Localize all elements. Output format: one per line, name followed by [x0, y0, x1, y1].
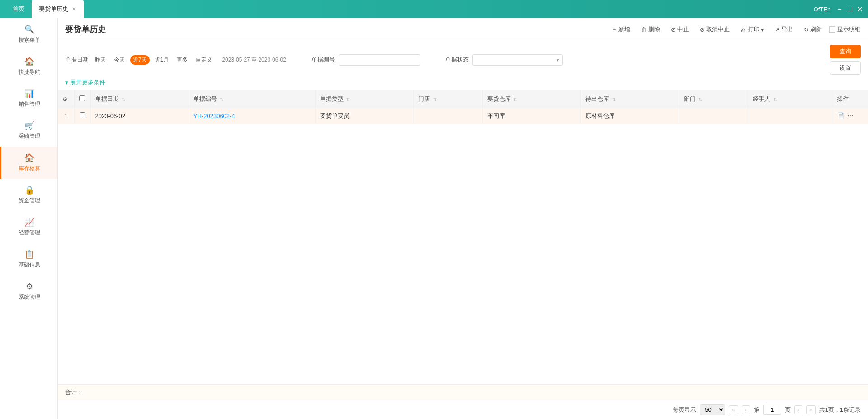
- doc-no-filter-group: 单据编号: [311, 54, 420, 66]
- stop-icon: ⊘: [671, 26, 676, 33]
- sidebar-item-search-menu[interactable]: 🔍 搜索菜单: [0, 18, 57, 50]
- main-layout: 🔍 搜索菜单 🏠 快捷导航 📊 销售管理 🛒 采购管理 🏠 库存核算 🔒 资金管…: [0, 18, 868, 419]
- col-handler-label: 经手人: [753, 95, 770, 102]
- print-chevron-icon: ▾: [761, 26, 764, 33]
- query-button[interactable]: 查询: [830, 45, 861, 58]
- sidebar-item-basic-info-label: 基础信息: [19, 261, 40, 269]
- sort-doc-date-icon[interactable]: ⇅: [122, 97, 125, 102]
- doc-no-input[interactable]: [339, 54, 420, 66]
- col-doc-date: 单据日期 ⇅: [90, 90, 189, 108]
- next-page-btn[interactable]: ›: [794, 405, 802, 414]
- date-btn-1month[interactable]: 近1月: [152, 55, 172, 65]
- date-btn-custom[interactable]: 自定义: [193, 55, 215, 65]
- maximize-icon[interactable]: □: [848, 5, 852, 13]
- delete-icon: 🗑: [641, 26, 647, 33]
- prev-page-btn[interactable]: ‹: [742, 405, 750, 414]
- date-range-display: 2023-05-27 至 2023-06-02: [222, 56, 286, 64]
- basic-info-icon: 📋: [24, 249, 34, 259]
- display-detail-checkbox[interactable]: [829, 26, 835, 33]
- col-department-label: 部门: [684, 95, 696, 102]
- date-btn-yesterday[interactable]: 昨天: [92, 55, 108, 65]
- sidebar-item-purchase-mgmt[interactable]: 🛒 采购管理: [0, 114, 57, 147]
- summary-bar: 合计：: [58, 384, 868, 400]
- date-btn-7days[interactable]: 近7天: [130, 55, 150, 65]
- page-title: 要货单历史: [65, 24, 608, 35]
- page-suffix: 页: [785, 406, 791, 414]
- total-info: 共1页，1条记录: [819, 406, 861, 414]
- row-checkbox-input-1[interactable]: [80, 112, 85, 118]
- col-handler: 经手人 ⇅: [748, 90, 832, 108]
- summary-label: 合计：: [65, 389, 83, 395]
- sidebar-item-basic-info[interactable]: 📋 基础信息: [0, 243, 57, 275]
- page-prefix: 第: [754, 406, 760, 414]
- col-pending-warehouse-label: 待出仓库: [585, 95, 609, 102]
- close-icon[interactable]: ✕: [857, 5, 863, 14]
- sort-doc-type-icon[interactable]: ⇅: [346, 97, 350, 102]
- sort-store-icon[interactable]: ⇅: [433, 97, 437, 102]
- stop-button[interactable]: ⊘ 中止: [667, 24, 693, 35]
- sidebar-item-inventory[interactable]: 🏠 库存核算: [0, 147, 57, 179]
- quick-nav-icon: 🏠: [24, 57, 34, 67]
- sidebar: 🔍 搜索菜单 🏠 快捷导航 📊 销售管理 🛒 采购管理 🏠 库存核算 🔒 资金管…: [0, 18, 58, 419]
- settings-gear-icon[interactable]: ⚙: [62, 96, 68, 103]
- first-page-btn[interactable]: «: [729, 405, 738, 414]
- new-label: 新增: [618, 25, 630, 33]
- export-button[interactable]: ↗ 导出: [771, 24, 797, 35]
- print-button[interactable]: 🖨 打印 ▾: [737, 24, 768, 35]
- sidebar-item-search-menu-label: 搜索菜单: [19, 36, 40, 44]
- brand-label: OfTEn: [814, 6, 831, 13]
- last-page-btn[interactable]: »: [806, 405, 816, 414]
- sort-req-warehouse-icon[interactable]: ⇅: [514, 97, 517, 102]
- sidebar-item-quick-nav-label: 快捷导航: [19, 68, 40, 76]
- table-body: 1 2023-06-02 YH-20230602-4 要货单要货 车间库 原材料…: [58, 108, 868, 124]
- date-btn-more[interactable]: 更多: [174, 55, 190, 65]
- delete-button[interactable]: 🗑 删除: [637, 24, 664, 35]
- sidebar-item-finance-mgmt-label: 资金管理: [19, 197, 40, 205]
- sort-pending-warehouse-icon[interactable]: ⇅: [612, 97, 616, 102]
- sort-doc-no-icon[interactable]: ⇅: [220, 97, 223, 102]
- top-right-controls: OfTEn － □ ✕: [814, 5, 863, 14]
- col-checkbox: [74, 90, 90, 108]
- col-req-warehouse: 要货仓库 ⇅: [482, 90, 580, 108]
- page-input[interactable]: [763, 405, 781, 415]
- col-store-label: 门店: [418, 95, 430, 102]
- row-edit-icon-1[interactable]: 📄: [837, 112, 844, 119]
- tab-label: 要货单历史: [39, 5, 68, 13]
- settings-button[interactable]: 设置: [830, 61, 861, 75]
- window-controls: － □ ✕: [836, 5, 863, 14]
- row-actions-1: 📄 ⋯: [832, 108, 868, 124]
- sidebar-item-finance-mgmt[interactable]: 🔒 资金管理: [0, 179, 57, 211]
- refresh-icon: ↻: [804, 26, 809, 33]
- table-row: 1 2023-06-02 YH-20230602-4 要货单要货 车间库 原材料…: [58, 108, 868, 124]
- tab-home[interactable]: 首页: [5, 0, 32, 18]
- operations-mgmt-icon: 📈: [24, 217, 34, 227]
- sidebar-item-quick-nav[interactable]: 🏠 快捷导航: [0, 50, 57, 82]
- refresh-button[interactable]: ↻ 刷新: [800, 24, 826, 35]
- display-detail-toggle[interactable]: 显示明细: [829, 25, 861, 33]
- row-num-1: 1: [58, 108, 74, 124]
- finance-mgmt-icon: 🔒: [24, 185, 34, 195]
- select-all-checkbox[interactable]: [79, 95, 85, 101]
- refresh-label: 刷新: [810, 25, 822, 33]
- page-size-select[interactable]: 10 20 50 100: [700, 404, 725, 415]
- export-label: 导出: [781, 25, 793, 33]
- page-header: 要货单历史 ＋ 新增 🗑 删除 ⊘ 中止 ⊘ 取消中止: [58, 18, 868, 39]
- row-more-icon-1[interactable]: ⋯: [847, 112, 854, 119]
- row-doc-no-link-1[interactable]: YH-20230602-4: [193, 113, 235, 119]
- date-btn-today[interactable]: 今天: [111, 55, 127, 65]
- tab-close-icon[interactable]: ✕: [72, 6, 76, 12]
- sort-handler-icon[interactable]: ⇅: [774, 97, 777, 102]
- row-doc-date-1: 2023-06-02: [90, 108, 189, 124]
- minimize-icon[interactable]: －: [836, 5, 843, 14]
- action-icons-1: 📄 ⋯: [837, 112, 864, 119]
- new-button[interactable]: ＋ 新增: [608, 24, 634, 35]
- sidebar-item-operations-mgmt[interactable]: 📈 经营管理: [0, 211, 57, 243]
- cancel-stop-icon: ⊘: [700, 26, 705, 33]
- cancel-stop-button[interactable]: ⊘ 取消中止: [696, 24, 733, 35]
- tab-requisition-history[interactable]: 要货单历史 ✕: [32, 0, 84, 18]
- sort-department-icon[interactable]: ⇅: [698, 97, 702, 102]
- sidebar-item-system-mgmt[interactable]: ⚙ 系统管理: [0, 275, 57, 307]
- expand-more-btn[interactable]: ▾ 展开更多条件: [65, 78, 861, 86]
- status-select[interactable]: [472, 54, 563, 66]
- sidebar-item-sales-mgmt[interactable]: 📊 销售管理: [0, 82, 57, 114]
